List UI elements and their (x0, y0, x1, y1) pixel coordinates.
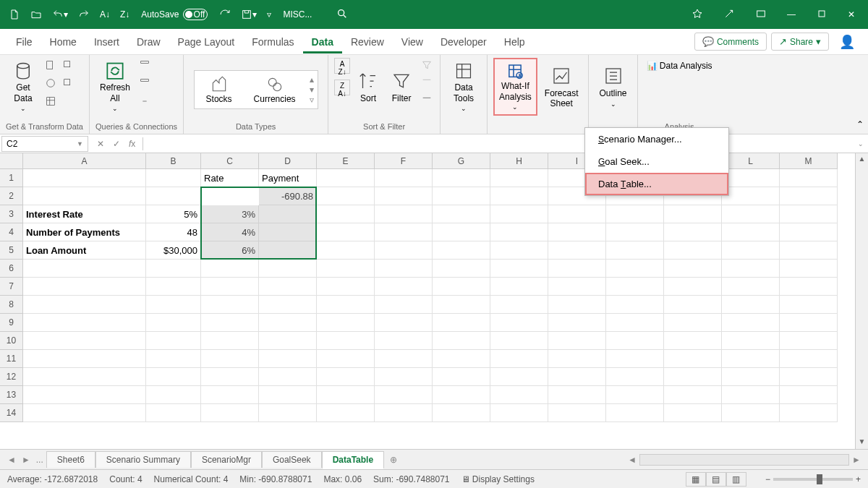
cell-I11[interactable] (548, 350, 606, 368)
select-all-corner[interactable] (0, 153, 23, 169)
cell-K9[interactable] (664, 314, 722, 332)
cell-H12[interactable] (490, 368, 548, 386)
cell-A9[interactable] (23, 314, 146, 332)
cell-F3[interactable] (375, 205, 433, 223)
cell-J5[interactable] (606, 241, 664, 260)
cell-M6[interactable] (780, 260, 838, 278)
confirm-formula-icon[interactable]: ✓ (110, 137, 123, 150)
page-break-view-button[interactable]: ▥ (726, 472, 746, 487)
cell-E12[interactable] (317, 368, 375, 386)
from-text-icon[interactable] (43, 58, 58, 74)
cell-F8[interactable] (375, 296, 433, 314)
recent-sources-icon[interactable] (61, 58, 75, 74)
cell-D12[interactable] (259, 368, 317, 386)
cell-D3[interactable] (259, 205, 317, 223)
cell-E8[interactable] (317, 296, 375, 314)
cell-G4[interactable] (433, 223, 490, 241)
cell-E5[interactable] (317, 241, 375, 260)
cell-M3[interactable] (780, 205, 838, 223)
cell-B10[interactable] (146, 332, 201, 350)
cell-A2[interactable] (23, 187, 146, 205)
column-header[interactable]: F (375, 153, 433, 169)
cell-K5[interactable] (664, 241, 722, 260)
add-sheet-button[interactable]: ⊕ (384, 452, 403, 468)
column-header[interactable]: B (146, 153, 201, 169)
redo-icon[interactable] (74, 6, 94, 23)
cell-H2[interactable] (490, 187, 548, 205)
refresh-icon[interactable] (215, 6, 235, 23)
cell-J6[interactable] (606, 260, 664, 278)
cell-C4[interactable]: 4% (201, 223, 259, 241)
cell-A5[interactable]: Loan Amount (23, 241, 146, 260)
share-button[interactable]: ↗ Share ▾ (771, 33, 829, 51)
sort-button[interactable]: Sort (353, 58, 383, 116)
cell-E2[interactable] (317, 187, 375, 205)
cell-K7[interactable] (664, 278, 722, 296)
sort-za-icon[interactable]: ZA↓ (334, 80, 350, 95)
cell-D7[interactable] (259, 278, 317, 296)
column-header[interactable]: G (433, 153, 490, 169)
scroll-up-icon[interactable]: ▲ (856, 153, 868, 166)
cell-H8[interactable] (490, 296, 548, 314)
cell-G6[interactable] (433, 260, 490, 278)
cell-H13[interactable] (490, 386, 548, 404)
tab-home[interactable]: Home (41, 30, 85, 53)
cell-G1[interactable] (433, 169, 490, 187)
edit-links-icon[interactable] (137, 94, 152, 111)
cell-C7[interactable] (201, 278, 259, 296)
column-header[interactable]: C (201, 153, 259, 169)
from-table-icon[interactable] (43, 94, 58, 111)
tab-data[interactable]: Data (303, 30, 342, 53)
reapply-icon[interactable] (420, 76, 434, 93)
cell-D2[interactable]: -690.88 (259, 187, 317, 205)
cancel-formula-icon[interactable]: ✕ (94, 137, 107, 150)
sheet-nav-prev[interactable]: ◄ (4, 453, 19, 466)
cell-F7[interactable] (375, 278, 433, 296)
cell-L5[interactable] (722, 241, 780, 260)
cell-I13[interactable] (548, 386, 606, 404)
cell-F11[interactable] (375, 350, 433, 368)
cell-B5[interactable]: $30,000 (146, 241, 201, 260)
get-data-button[interactable]: Get Data⌄ (6, 58, 41, 116)
cell-H14[interactable] (490, 404, 548, 422)
tab-insert[interactable]: Insert (85, 30, 128, 53)
cell-I12[interactable] (548, 368, 606, 386)
cell-G9[interactable] (433, 314, 490, 332)
zoom-in-button[interactable]: + (856, 474, 861, 484)
cell-C9[interactable] (201, 314, 259, 332)
sort-desc-icon[interactable]: Z↓ (116, 7, 134, 22)
horizontal-scrollbar[interactable] (639, 454, 849, 466)
cell-G12[interactable] (433, 368, 490, 386)
cell-E10[interactable] (317, 332, 375, 350)
cell-C3[interactable]: 3% (201, 205, 259, 223)
forecast-sheet-button[interactable]: Forecast Sheet (540, 58, 583, 116)
row-header[interactable]: 4 (0, 223, 23, 241)
cell-A6[interactable] (23, 260, 146, 278)
row-header[interactable]: 10 (0, 332, 23, 350)
tab-help[interactable]: Help (495, 30, 534, 53)
column-header[interactable]: H (490, 153, 548, 169)
cell-E14[interactable] (317, 404, 375, 422)
cell-L13[interactable] (722, 386, 780, 404)
outline-button[interactable]: Outline⌄ (595, 58, 631, 116)
cell-C8[interactable] (201, 296, 259, 314)
hscroll-right[interactable]: ► (849, 453, 864, 466)
cell-I6[interactable] (548, 260, 606, 278)
row-header[interactable]: 1 (0, 169, 23, 187)
cell-F5[interactable] (375, 241, 433, 260)
row-header[interactable]: 3 (0, 205, 23, 223)
cell-K6[interactable] (664, 260, 722, 278)
cell-E13[interactable] (317, 386, 375, 404)
spreadsheet-grid[interactable]: ABCDEFGHIJKLM 1234567891011121314 RatePa… (0, 153, 868, 449)
cell-A14[interactable] (23, 404, 146, 422)
clear-filter-icon[interactable] (420, 58, 434, 74)
column-header[interactable]: A (23, 153, 146, 169)
cell-B2[interactable] (146, 187, 201, 205)
cell-C14[interactable] (201, 404, 259, 422)
vertical-scrollbar[interactable]: ▲ ▼ (855, 153, 868, 449)
cell-H4[interactable] (490, 223, 548, 241)
cell-G10[interactable] (433, 332, 490, 350)
row-header[interactable]: 5 (0, 241, 23, 260)
cell-D9[interactable] (259, 314, 317, 332)
column-header[interactable]: D (259, 153, 317, 169)
